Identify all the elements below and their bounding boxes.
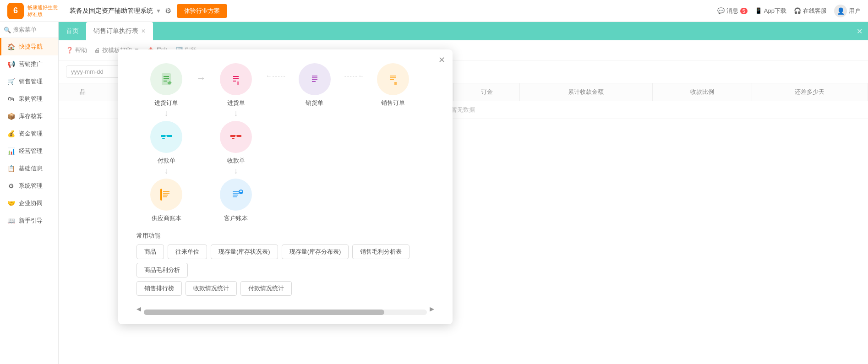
money-icon: 💰 <box>7 130 15 138</box>
modal-close-btn[interactable]: ✕ <box>438 55 445 65</box>
phone-icon: 📱 <box>755 7 762 14</box>
flow-node-purchase-receipt[interactable]: 进货单 <box>208 63 263 107</box>
cart-icon: 🛒 <box>7 77 15 86</box>
flow-icon-purchase-order <box>150 63 182 95</box>
flow-icon-receipt: ¥ <box>220 121 252 153</box>
megaphone-icon: 📢 <box>7 60 15 68</box>
svg-rect-6 <box>162 138 165 139</box>
sidebar-item-purchase[interactable]: 🛍 采购管理 <box>0 90 58 108</box>
flow-label-sales-receipt: 销货单 <box>306 99 323 107</box>
app-wrapper: 6 畅康通好生意 标准版 装备及固定资产辅助管理系统 ▼ ⚙ 体验行业方案 💬 … <box>0 0 868 364</box>
sidebar-item-enterprise[interactable]: 🤝 企业协同 <box>0 195 58 212</box>
common-btn-sales-gross[interactable]: 销售毛利分析表 <box>352 244 409 259</box>
common-btn-stock-status[interactable]: 现存量(库存状况表) <box>211 244 278 259</box>
scroll-right-btn[interactable]: ▶ <box>430 305 434 312</box>
svg-rect-8 <box>162 189 171 201</box>
modal-overlay: ✕ 进货订单 ↓ <box>59 22 868 364</box>
flow-node-purchase-order[interactable]: 进货订单 <box>139 63 194 107</box>
sidebar-item-operation[interactable]: 📊 经营管理 <box>0 142 58 160</box>
flow-label-customer-ledger: 客户账本 <box>224 214 248 223</box>
box-icon: 📦 <box>7 112 15 120</box>
flow-label-payment: 付款单 <box>158 157 175 165</box>
flow-icon-payment: ¥ <box>150 121 182 153</box>
arrow-purchase-receipt-down: ↓ <box>234 109 238 117</box>
message-badge: 5 <box>740 8 748 14</box>
common-btns-row-2: 销售排行榜 收款情况统计 付款情况统计 <box>136 281 434 296</box>
common-btn-payment-stats[interactable]: 付款情况统计 <box>240 281 292 296</box>
flow-node-customer-ledger[interactable]: 客户账本 <box>208 179 263 223</box>
common-btn-counterpart[interactable]: 往来单位 <box>168 244 207 259</box>
system-title-text: 装备及固定资产辅助管理系统 <box>70 7 153 15</box>
common-btn-stock-dist[interactable]: 现存量(库存分布表) <box>282 244 349 259</box>
flow-node-payment[interactable]: ¥ 付款单 <box>139 121 194 165</box>
arrow-receipt-down: ↓ <box>234 167 238 175</box>
sidebar-item-base[interactable]: 📋 基础信息 <box>0 160 58 177</box>
flow-label-supplier-ledger: 供应商账本 <box>152 214 181 223</box>
flow-label-sales-order: 销售订单 <box>381 99 405 107</box>
logo-text: 畅康通好生意 标准版 <box>27 4 58 17</box>
handshake-icon: 🤝 <box>7 199 15 207</box>
flow-icon-supplier-ledger <box>150 179 182 211</box>
user-avatar-btn[interactable]: 👤 用户 <box>834 5 861 17</box>
common-functions-title: 常用功能 <box>136 232 434 240</box>
flow-node-supplier-ledger[interactable]: 供应商账本 <box>139 179 194 223</box>
svg-text:¥: ¥ <box>164 134 168 138</box>
content-area: 首页 销售订单执行表 ✕ ✕ ❓ 帮助 🖨 按模板打印 ▼ <box>59 22 868 364</box>
sidebar-item-sales[interactable]: 🛒 销售管理 <box>0 73 58 90</box>
flow-label-purchase-order: 进货订单 <box>154 99 178 107</box>
app-download-btn[interactable]: 📱 App下载 <box>755 7 786 15</box>
svg-text:¥: ¥ <box>234 134 237 138</box>
flow-icon-customer-ledger <box>220 179 252 211</box>
flow-icon-sales-receipt <box>299 63 331 95</box>
logo-icon: 6 <box>7 3 24 19</box>
flow-node-sales-order[interactable]: 销售订单 <box>366 63 420 107</box>
message-btn[interactable]: 💬 消息 5 <box>717 7 748 15</box>
common-btn-product-gross[interactable]: 商品毛利分析 <box>136 263 188 277</box>
flow-icon-sales-order <box>377 63 409 95</box>
sidebar-item-finance[interactable]: 💰 资金管理 <box>0 125 58 142</box>
common-btn-product[interactable]: 商品 <box>136 244 164 259</box>
clipboard-icon: 📋 <box>7 164 15 173</box>
common-btn-receipt-stats[interactable]: 收款情况统计 <box>186 281 237 296</box>
sidebar: 🔍 搜索菜单 🏠 快捷导航 📢 营销推广 🛒 销售管理 🛍 <box>0 22 59 364</box>
modal-scrollbar[interactable] <box>144 310 427 315</box>
common-btn-sales-ranking[interactable]: 销售排行榜 <box>136 281 182 296</box>
main-area: 🔍 搜索菜单 🏠 快捷导航 📢 营销推广 🛒 销售管理 🛍 <box>0 22 868 364</box>
common-functions: 常用功能 商品 往来单位 现存量(库存状况表) 现存量(库存分布表) 销售毛利分… <box>136 232 434 296</box>
arrow-payment-to-supplier: ↓ <box>164 167 169 175</box>
svg-rect-22 <box>231 189 240 201</box>
system-title: 装备及固定资产辅助管理系统 ▼ <box>70 7 161 15</box>
scroll-left-btn[interactable]: ◀ <box>136 305 141 312</box>
trial-button[interactable]: 体验行业方案 <box>177 4 227 18</box>
top-right: 💬 消息 5 📱 App下载 🎧 在线客服 👤 用户 <box>717 5 861 17</box>
bag-icon: 🛍 <box>7 95 15 103</box>
sidebar-item-quick-nav[interactable]: 🏠 快捷导航 <box>0 38 58 55</box>
arrow-purchase-order-to-payment: ↓ <box>164 109 169 117</box>
chart-icon: 📊 <box>7 147 15 155</box>
scrollbar-thumb[interactable] <box>144 310 384 315</box>
message-icon: 💬 <box>717 7 725 14</box>
svg-rect-21 <box>232 138 235 139</box>
gear-icon: ⚙ <box>7 182 15 190</box>
sidebar-item-guide[interactable]: 📖 新手引导 <box>0 212 58 229</box>
sidebar-item-marketing[interactable]: 📢 营销推广 <box>0 55 58 73</box>
search-icon: 🔍 <box>4 27 11 33</box>
svg-rect-13 <box>160 189 162 201</box>
flow-node-receipt[interactable]: ¥ 收款单 <box>208 121 263 165</box>
online-service-btn[interactable]: 🎧 在线客服 <box>794 7 827 15</box>
settings-icon-btn[interactable]: ⚙ <box>165 6 171 15</box>
modal-scrollbar-area: ◀ ▶ <box>136 302 434 315</box>
chevron-down-icon[interactable]: ▼ <box>156 8 161 14</box>
sidebar-item-inventory[interactable]: 📦 库存核算 <box>0 108 58 125</box>
flow-label-purchase-receipt: 进货单 <box>227 99 245 107</box>
sidebar-search[interactable]: 🔍 搜索菜单 <box>0 22 58 38</box>
search-menu-btn[interactable]: 🔍 搜索菜单 <box>4 26 55 34</box>
sidebar-item-system[interactable]: ⚙ 系统管理 <box>0 177 58 195</box>
logo-area: 6 畅康通好生意 标准版 <box>7 3 66 19</box>
avatar: 👤 <box>834 5 847 17</box>
flow-icon-purchase-receipt <box>220 63 252 95</box>
home-icon: 🏠 <box>7 43 15 51</box>
flow-label-receipt: 收款单 <box>227 157 245 165</box>
flow-node-sales-receipt[interactable]: 销货单 <box>287 63 342 107</box>
top-bar: 6 畅康通好生意 标准版 装备及固定资产辅助管理系统 ▼ ⚙ 体验行业方案 💬 … <box>0 0 868 22</box>
